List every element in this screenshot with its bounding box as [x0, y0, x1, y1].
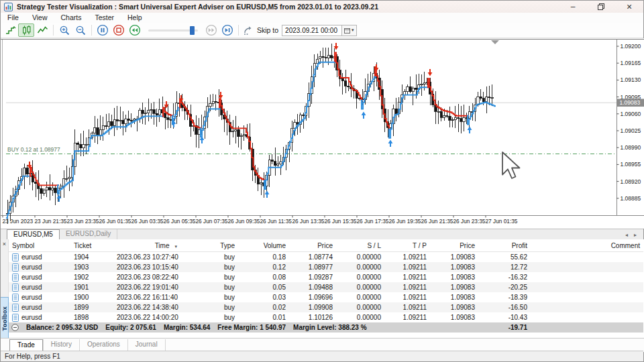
cell-profit: -16.32 [478, 274, 531, 281]
balance-value: Balance: 2 095.32 USD [26, 324, 98, 331]
col-volume[interactable]: Volume [238, 242, 289, 249]
tab-history[interactable]: History [43, 339, 80, 351]
order-icon [12, 304, 19, 312]
col-symbol[interactable]: Symbol [9, 242, 70, 249]
cell-time: 2023.06.22 16:11:40 [113, 294, 180, 301]
cell-ticket: 1904 [70, 253, 113, 261]
col-profit[interactable]: Profit [478, 242, 531, 249]
menu-tester[interactable]: Tester [88, 13, 121, 23]
cell-sl: 0.00000 [336, 284, 384, 291]
table-row[interactable]: eurusd19042023.06.23 10:27:40buy0.181.08… [9, 252, 643, 262]
cell-volume: 0.12 [238, 263, 289, 271]
tab-eurusd-daily[interactable]: EURUSD,Daily [60, 229, 117, 239]
cell-tp: 1.09211 [384, 253, 430, 261]
tab-scroll-right-icon[interactable]: ▸ [634, 232, 637, 238]
fast-forward-button[interactable] [203, 23, 219, 37]
col-tp[interactable]: T / P [384, 242, 430, 249]
line-chart-button[interactable] [34, 23, 50, 37]
skip-to-end-button[interactable] [219, 23, 235, 37]
cell-ticket: 1898 [70, 314, 113, 321]
col-time[interactable]: Time▾ [113, 242, 180, 249]
cell-price2: 1.09083 [430, 314, 478, 321]
calendar-dropdown-button[interactable]: ▾ [342, 25, 357, 36]
stop-button[interactable] [111, 23, 127, 37]
cell-volume: 0.05 [238, 284, 289, 291]
tab-trade[interactable]: Trade [9, 339, 43, 351]
tab-operations[interactable]: Operations [80, 339, 128, 351]
toolbox-close-icon[interactable]: × [1, 239, 8, 249]
cell-sl: 0.00000 [336, 263, 384, 271]
candle-chart-button[interactable] [18, 23, 34, 37]
speed-slider[interactable] [148, 29, 198, 32]
svg-text:27 Jun 01:35: 27 Jun 01:35 [486, 218, 518, 225]
cell-time: 2023.06.22 19:01:40 [113, 284, 180, 291]
svg-text:26 Jun 01:35: 26 Jun 01:35 [99, 218, 131, 225]
menu-view[interactable]: View [25, 13, 54, 23]
svg-text:1.08920: 1.08920 [621, 178, 641, 185]
cell-price: 1.09488 [289, 284, 336, 291]
speed-slider-handle[interactable] [190, 26, 195, 35]
svg-text:1.09165: 1.09165 [621, 60, 641, 66]
cell-profit: -18.39 [478, 294, 531, 301]
menu-help[interactable]: Help [121, 13, 149, 23]
chart-panel[interactable]: BUY 0.12 at 1.089771.092001.091651.09130… [1, 38, 644, 229]
menu-charts[interactable]: Charts [54, 13, 89, 23]
svg-text:26 Jun 07:35: 26 Jun 07:35 [196, 218, 228, 225]
tab-eurusd-m5[interactable]: EURUSD,M5 [7, 229, 60, 239]
cell-price2: 1.09083 [430, 263, 478, 271]
cell-price2: 1.09083 [430, 294, 478, 301]
order-icon [12, 284, 19, 292]
order-icon [12, 294, 19, 302]
skip-to-date-input[interactable] [282, 25, 342, 36]
trade-table-header: Symbol Ticket Time▾ Type Volume Price S … [9, 239, 643, 252]
menu-file[interactable]: File [1, 13, 25, 23]
cell-profit: -20.25 [478, 284, 531, 291]
restore-button[interactable] [587, 1, 615, 13]
cell-sl: 0.00000 [336, 314, 384, 321]
pause-button[interactable] [95, 23, 111, 37]
col-price-current[interactable]: Price [430, 242, 478, 249]
table-row[interactable]: eurusd19022023.06.23 08:22:40buy0.081.09… [9, 272, 643, 282]
cell-tp: 1.09211 [384, 263, 430, 271]
svg-text:23 Jun 21:35: 23 Jun 21:35 [35, 218, 67, 225]
cell-ticket: 1901 [70, 284, 113, 291]
close-button[interactable]: × [615, 1, 643, 13]
free-margin-value: Free Margin: 1 540.97 [217, 324, 286, 331]
cell-type: buy [180, 274, 238, 281]
rewind-button[interactable] [127, 23, 143, 37]
table-row[interactable]: eurusd19032023.06.23 10:15:40buy0.121.08… [9, 262, 643, 272]
table-row[interactable]: eurusd18992023.06.22 14:38:40buy0.021.09… [9, 302, 643, 312]
table-row[interactable]: eurusd18982023.06.22 14:00:20buy0.011.10… [9, 312, 643, 322]
svg-text:26 Jun 03:35: 26 Jun 03:35 [131, 218, 164, 225]
zoom-out-button[interactable] [72, 23, 89, 37]
cell-sl: 0.00000 [336, 294, 384, 301]
cell-tp: 1.09211 [384, 294, 430, 301]
cell-ticket: 1899 [70, 304, 113, 311]
collapse-icon[interactable] [11, 324, 19, 331]
col-price[interactable]: Price [289, 242, 336, 249]
minimize-button[interactable]: – [559, 1, 587, 13]
equity-value: Equity: 2 075.61 [105, 324, 156, 331]
svg-text:26 Jun 15:35: 26 Jun 15:35 [325, 218, 357, 225]
tab-scroll-left-icon[interactable]: ◂ [625, 232, 628, 238]
tab-journal[interactable]: Journal [128, 339, 166, 351]
col-ticket[interactable]: Ticket [70, 242, 113, 249]
table-row[interactable]: eurusd19002023.06.22 16:11:40buy0.031.09… [9, 292, 643, 302]
svg-text:26 Jun 21:35: 26 Jun 21:35 [421, 218, 453, 225]
cell-type: buy [180, 284, 238, 291]
cell-type: buy [180, 314, 238, 321]
col-sl[interactable]: S / L [336, 242, 384, 249]
col-type[interactable]: Type [180, 242, 238, 249]
svg-text:1.08885: 1.08885 [621, 195, 641, 202]
status-text: For Help, press F1 [5, 353, 60, 360]
cell-time: 2023.06.23 08:22:40 [113, 274, 180, 281]
toolbox-tab[interactable]: Toolbox [1, 297, 9, 340]
cell-price: 1.09287 [289, 274, 336, 281]
zoom-in-button[interactable] [56, 23, 72, 37]
table-row[interactable]: eurusd19012023.06.22 19:01:40buy0.051.09… [9, 282, 643, 292]
strategy-tester-window: Strategy Tester Visualization : Smart Un… [0, 0, 644, 362]
cell-type: buy [180, 304, 238, 311]
col-comment[interactable]: Comment [531, 242, 643, 249]
price-chart[interactable]: BUY 0.12 at 1.089771.092001.091651.09130… [1, 38, 644, 229]
tick-chart-button[interactable] [2, 23, 18, 37]
